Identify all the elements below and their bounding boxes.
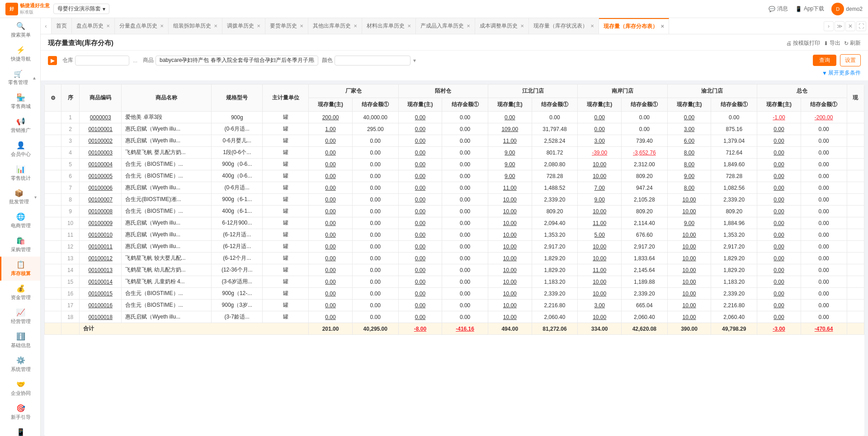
col-yubei-cur-cell[interactable]: 10.00 — [667, 241, 711, 253]
col-total-cur-cell[interactable]: 0.00 — [757, 147, 801, 159]
search-button[interactable]: 查询 — [813, 55, 836, 66]
col-code-cell[interactable]: 00100001 — [80, 123, 122, 135]
tab-close-icon[interactable]: ✕ — [160, 23, 164, 28]
goods-input[interactable] — [156, 56, 318, 66]
col-total-cur-cell[interactable]: 0.00 — [757, 276, 801, 288]
col-jiangbei-cur-cell[interactable]: 10.00 — [488, 253, 532, 264]
col-yubei-cur-cell[interactable]: 10.00 — [667, 300, 711, 311]
sidebar-item-guide[interactable]: 🎯 新手引导 — [0, 400, 40, 424]
col-nanan-cur-cell[interactable]: 10.00 — [578, 159, 622, 170]
col-mucun-cur-cell[interactable]: 0.00 — [398, 206, 442, 217]
col-nanan-cur-cell[interactable]: 11.00 — [578, 264, 622, 276]
tab-stock-status[interactable]: 现存量（库存状况表） ✕ — [529, 18, 599, 34]
col-jiangbei-cur-cell[interactable]: 10.00 — [488, 288, 532, 300]
refresh-button[interactable]: ↻ 刷新 — [844, 39, 861, 47]
tab-requisition[interactable]: 要货单历史 ✕ — [265, 18, 308, 34]
col-jiangbei-cur-cell[interactable]: 9.00 — [488, 159, 532, 170]
col-yubei-cur-cell[interactable]: 8.00 — [667, 147, 711, 159]
tab-close-icon[interactable]: ✕ — [467, 23, 470, 28]
col-settings-cell[interactable] — [45, 253, 61, 264]
col-jiangbei-cur-cell[interactable]: 10.00 — [488, 300, 532, 311]
col-mucun-cur-cell[interactable]: 0.00 — [398, 147, 442, 159]
col-mucun-cur-cell[interactable]: 0.00 — [398, 311, 442, 323]
col-yubei-cur-cell[interactable]: 9.00 — [667, 217, 711, 229]
col-code-cell[interactable]: 00100016 — [80, 300, 122, 311]
sidebar-item-shop[interactable]: 🏪 零售商城 — [0, 89, 40, 113]
col-code-cell[interactable]: 00100008 — [80, 206, 122, 217]
col-nanan-cur-cell[interactable]: 10.00 — [578, 206, 622, 217]
col-mucun-cur-cell[interactable]: 0.00 — [398, 135, 442, 147]
tab-close-all-button[interactable]: ✕ — [845, 21, 855, 31]
col-code-cell[interactable]: 00100013 — [80, 264, 122, 276]
tab-next-button[interactable]: › — [824, 21, 834, 31]
col-yubei-cur-cell[interactable]: 10.00 — [667, 194, 711, 206]
col-yubei-cur-cell[interactable]: 10.00 — [667, 253, 711, 264]
col-changjiacao-cur-cell[interactable]: 0.00 — [309, 206, 353, 217]
col-changjiacao-cur-cell[interactable]: 0.00 — [309, 182, 353, 194]
sidebar-item-finance[interactable]: 💰 资金管理 — [0, 281, 40, 305]
tab-other-out[interactable]: 其他出库单历史 ✕ — [308, 18, 362, 34]
col-changjiacao-cur-cell[interactable]: 0.00 — [309, 241, 353, 253]
col-mucun-cur-cell[interactable]: 0.00 — [398, 123, 442, 135]
col-yubei-cur-cell[interactable]: 10.00 — [667, 311, 711, 323]
warehouse-input[interactable] — [75, 56, 129, 66]
col-code-cell[interactable]: 00100007 — [80, 194, 122, 206]
col-changjiacao-cur-cell[interactable]: 0.00 — [309, 217, 353, 229]
col-changjiacao-cur-cell[interactable]: 0.00 — [309, 311, 353, 323]
sidebar-item-inventory[interactable]: 📋 库存核算 — [0, 257, 40, 281]
col-settings-cell[interactable] — [45, 206, 61, 217]
col-nanan-cur-cell[interactable]: 7.00 — [578, 182, 622, 194]
col-mucun-cur-cell[interactable]: 0.00 — [398, 276, 442, 288]
col-code-cell[interactable]: 00100011 — [80, 241, 122, 253]
col-mucun-cur-cell[interactable]: 0.00 — [398, 182, 442, 194]
tab-sub-inventory-check[interactable]: 分量盘点单历史 ✕ — [115, 18, 169, 34]
col-total-cur-cell[interactable]: 0.00 — [757, 135, 801, 147]
tab-home[interactable]: 首页 — [52, 18, 72, 34]
col-mucun-cur-cell[interactable]: 0.00 — [398, 159, 442, 170]
col-mucun-cur-cell[interactable]: 0.00 — [398, 217, 442, 229]
col-settings-cell[interactable] — [45, 182, 61, 194]
col-total-cur-cell[interactable]: 0.00 — [757, 288, 801, 300]
col-settings-header[interactable]: ⚙ — [45, 84, 61, 112]
col-settings-cell[interactable] — [45, 159, 61, 170]
sidebar-item-wholesale[interactable]: 📦 批发管理 ▾ — [0, 185, 40, 209]
tab-close-icon[interactable]: ✕ — [214, 23, 217, 28]
col-total-cur-cell[interactable]: 0.00 — [757, 194, 801, 206]
col-yubei-cur-cell[interactable]: 10.00 — [667, 288, 711, 300]
col-changjiacao-cur-cell[interactable]: 0.00 — [309, 264, 353, 276]
col-total-cur-cell[interactable]: 0.00 — [757, 241, 801, 253]
col-settings-cell[interactable] — [45, 229, 61, 241]
col-mucun-cur-cell[interactable]: 0.00 — [398, 300, 442, 311]
col-changjiacao-cur-cell[interactable]: 0.00 — [309, 253, 353, 264]
col-total-cur-cell[interactable]: 0.00 — [757, 311, 801, 323]
message-button[interactable]: 💬 消息 — [769, 5, 788, 13]
col-total-cur-cell[interactable]: 0.00 — [757, 300, 801, 311]
col-settings-cell[interactable] — [45, 123, 61, 135]
sidebar-item-purchase[interactable]: 🛍️ 采购管理 — [0, 233, 40, 257]
filter-collapse-button[interactable]: ▶ — [48, 56, 57, 65]
tab-close-icon[interactable]: ✕ — [354, 23, 357, 28]
col-jiangbei-cur-cell[interactable]: 9.00 — [488, 170, 532, 182]
col-code-cell[interactable]: 0000003 — [80, 112, 122, 123]
tab-close-icon[interactable]: ✕ — [300, 23, 303, 28]
col-code-cell[interactable]: 00100010 — [80, 229, 122, 241]
col-total-cur-cell[interactable]: 0.00 — [757, 123, 801, 135]
col-yubei-cur-cell[interactable]: 10.00 — [667, 229, 711, 241]
col-code-cell[interactable]: 00100009 — [80, 217, 122, 229]
sidebar-item-collab[interactable]: 🤝 企业协同 — [0, 376, 40, 400]
col-code-cell[interactable]: 00100004 — [80, 159, 122, 170]
col-changjiacao-cur-cell[interactable]: 0.00 — [309, 194, 353, 206]
col-yubei-cur-cell[interactable]: 10.00 — [667, 206, 711, 217]
col-code-cell[interactable]: 00100015 — [80, 288, 122, 300]
col-yubei-cur-cell[interactable]: 8.00 — [667, 182, 711, 194]
col-mucun-cur-cell[interactable]: 0.00 — [398, 288, 442, 300]
col-changjiacao-cur-cell[interactable]: 0.00 — [309, 159, 353, 170]
col-code-cell[interactable]: 00100014 — [80, 276, 122, 288]
tab-close-icon[interactable]: ✕ — [520, 23, 524, 28]
col-changjiacao-cur-cell[interactable]: 0.00 — [309, 147, 353, 159]
col-changjiacao-cur-cell[interactable]: 0.00 — [309, 135, 353, 147]
sidebar-item-search[interactable]: 🔍 搜索英单 — [0, 18, 40, 42]
col-total-cur-cell[interactable]: 0.00 — [757, 217, 801, 229]
user-menu[interactable]: D demo2 — [831, 3, 863, 15]
col-total-cur-cell[interactable]: 0.00 — [757, 206, 801, 217]
